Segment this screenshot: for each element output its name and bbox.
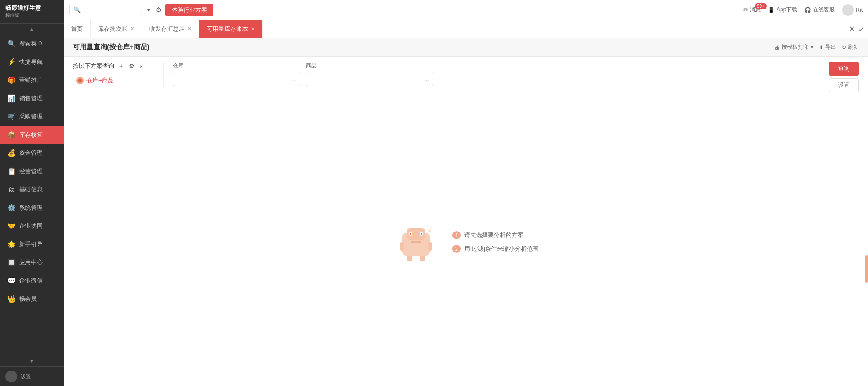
sidebar-item-corp-coop[interactable]: 🤝 企业协同: [0, 217, 64, 235]
sidebar-item-sales[interactable]: 📊 销售管理: [0, 89, 64, 108]
svg-rect-9: [428, 242, 432, 251]
svg-rect-10: [407, 256, 412, 261]
sidebar-item-inventory[interactable]: 📦 库存核算: [0, 126, 64, 144]
sidebar-item-search[interactable]: 🔍 搜索菜单: [0, 35, 64, 53]
tab-collect-summary[interactable]: 收发存汇总表 ✕: [142, 20, 199, 38]
sidebar-item-label: 新手引导: [19, 240, 43, 248]
edit-scheme-button[interactable]: ⚙: [128, 62, 136, 70]
tab-available-stock[interactable]: 可用量库存账本 ✕: [199, 20, 263, 38]
cart-icon: 🛒: [7, 113, 15, 121]
refresh-button[interactable]: ↻ 刷新: [842, 43, 859, 51]
query-button[interactable]: 查询: [829, 62, 859, 76]
svg-rect-8: [400, 242, 404, 251]
sidebar-item-label: 搜索菜单: [19, 40, 43, 48]
online-service-button[interactable]: 🎧 在线客服: [804, 6, 835, 14]
clipboard-icon: 📋: [7, 167, 15, 175]
scheme-item-warehouse-goods[interactable]: 仓库+商品: [73, 74, 158, 87]
tab-close-icon[interactable]: ✕: [188, 26, 192, 32]
sidebar-item-label: 采购管理: [19, 113, 43, 121]
sidebar-item-vip[interactable]: 👑 畅会员: [0, 290, 64, 308]
goods-input-box[interactable]: ...: [306, 72, 433, 86]
scroll-down[interactable]: ▼: [0, 355, 64, 366]
sidebar-item-app-center[interactable]: 🔲 应用中心: [0, 253, 64, 272]
crown-icon: 👑: [7, 295, 15, 303]
brand-name: 畅康通好生意: [5, 5, 58, 12]
sidebar-item-system[interactable]: ⚙️ 系统管理: [0, 199, 64, 217]
sidebar-item-newbie[interactable]: 🌟 新手引导: [0, 235, 64, 253]
tip-text-2: 用[过滤]条件来缩小分析范围: [464, 245, 538, 253]
scheme-item-label: 仓库+商品: [86, 77, 114, 85]
sidebar: 畅康通好生意 标准版 ▲ 🔍 搜索菜单 ⚡ 快捷导航 🎁 营销推广 📊 销售管理…: [0, 0, 64, 386]
warehouse-input-box[interactable]: ...: [173, 72, 300, 86]
sidebar-item-label: 应用中心: [19, 258, 43, 267]
sidebar-scroll: 🔍 搜索菜单 ⚡ 快捷导航 🎁 营销推广 📊 销售管理 🛒 采购管理 📦 库存核…: [0, 35, 64, 355]
user-menu[interactable]: Rit: [842, 4, 863, 16]
money-icon: 💰: [7, 149, 15, 157]
tab-home[interactable]: 首页: [64, 20, 91, 38]
tip-text-1: 请先选择要分析的方案: [464, 231, 523, 239]
search-input[interactable]: [82, 7, 128, 13]
settings-icon[interactable]: ⚙: [156, 6, 162, 14]
warehouse-more-icon[interactable]: ...: [291, 76, 296, 82]
tab-close-icon[interactable]: ✕: [130, 26, 134, 32]
page-content: 可用量查询(按仓库+商品) 🖨 按模板打印 ▾ ⬆ 导出 ↻ 刷新: [64, 38, 868, 386]
close-tab-button[interactable]: ✕: [849, 25, 855, 33]
message-button[interactable]: ✉ 消息 99+: [743, 6, 761, 14]
goods-more-icon[interactable]: ...: [424, 76, 429, 82]
field-group-warehouse: 仓库 ...: [173, 62, 300, 86]
sidebar-item-label: 资金管理: [19, 149, 43, 157]
chart-icon: 📊: [7, 94, 15, 103]
topbar-search-box[interactable]: 🔍: [69, 5, 142, 15]
scheme-header: 按以下方案查询 ＋ ⚙ «: [73, 62, 158, 70]
maximize-button[interactable]: ⤢: [858, 25, 864, 33]
svg-rect-11: [420, 256, 425, 261]
topbar: 🔍 ▾ ⚙ 体验行业方案 ✉ 消息 99+ 📱 App下载 🎧 在线客服 Rit: [64, 0, 868, 20]
warehouse-input[interactable]: [177, 76, 289, 82]
brand-sub: 标准版: [5, 12, 58, 19]
chevron-down-icon: ▾: [811, 44, 813, 51]
right-scrollbar[interactable]: [865, 255, 868, 283]
app-download-button[interactable]: 📱 App下载: [768, 6, 797, 14]
grid-icon: 🔲: [7, 258, 15, 267]
industry-solution-button[interactable]: 体验行业方案: [165, 4, 213, 16]
goods-input[interactable]: [310, 76, 422, 82]
filter-area: 按以下方案查询 ＋ ⚙ « 仓库+商品 仓库: [64, 57, 868, 98]
phone-icon: 📱: [768, 7, 775, 13]
dropdown-arrow[interactable]: ▾: [146, 5, 152, 15]
sidebar-item-finance[interactable]: 💰 资金管理: [0, 144, 64, 162]
scheme-dot-icon: [76, 77, 84, 84]
sidebar-item-marketing[interactable]: 🎁 营销推广: [0, 71, 64, 89]
empty-state: 1 请先选择要分析的方案 2 用[过滤]条件来缩小分析范围: [64, 98, 868, 386]
sidebar-item-purchase[interactable]: 🛒 采购管理: [0, 108, 64, 126]
template-print-button[interactable]: 🖨 按模板打印 ▾: [774, 43, 813, 51]
page-header-actions: 🖨 按模板打印 ▾ ⬆ 导出 ↻ 刷新: [774, 43, 859, 51]
username-label: Rit: [856, 7, 863, 13]
sidebar-item-shortcut[interactable]: ⚡ 快捷导航: [0, 53, 64, 71]
add-scheme-button[interactable]: ＋: [117, 62, 125, 70]
message-badge: 99+: [755, 3, 767, 9]
query-fields: 仓库 ... 商品 ...: [164, 62, 823, 86]
svg-rect-7: [411, 241, 421, 243]
sidebar-item-label: 库存核算: [19, 131, 43, 139]
page-header: 可用量查询(按仓库+商品) 🖨 按模板打印 ▾ ⬆ 导出 ↻ 刷新: [64, 38, 868, 57]
sidebar-item-basic-info[interactable]: 🗂 基础信息: [0, 180, 64, 199]
tab-close-icon[interactable]: ✕: [251, 26, 255, 32]
handshake-icon: 🤝: [7, 222, 15, 230]
sidebar-item-label: 基础信息: [19, 185, 43, 194]
sidebar-item-label: 营销推广: [19, 76, 43, 84]
goods-label: 商品: [306, 62, 433, 70]
main-area: 🔍 ▾ ⚙ 体验行业方案 ✉ 消息 99+ 📱 App下载 🎧 在线客服 Rit: [64, 0, 868, 386]
svg-point-5: [410, 233, 411, 235]
tabbar-end: ✕ ⤢: [845, 20, 868, 38]
collapse-scheme-button[interactable]: «: [138, 62, 144, 70]
sidebar-item-label: 系统管理: [19, 204, 43, 212]
user-avatar: [842, 4, 854, 16]
gift-icon: 🎁: [7, 76, 15, 84]
empty-illustration: [393, 219, 439, 265]
sidebar-item-operation[interactable]: 📋 经营管理: [0, 162, 64, 180]
export-button[interactable]: ⬆ 导出: [819, 43, 836, 51]
scroll-up[interactable]: ▲: [0, 24, 64, 35]
sidebar-item-corp-wechat[interactable]: 💬 企业微信: [0, 272, 64, 290]
settings-button[interactable]: 设置: [829, 78, 859, 92]
tab-batch-account[interactable]: 库存批次账 ✕: [91, 20, 142, 38]
